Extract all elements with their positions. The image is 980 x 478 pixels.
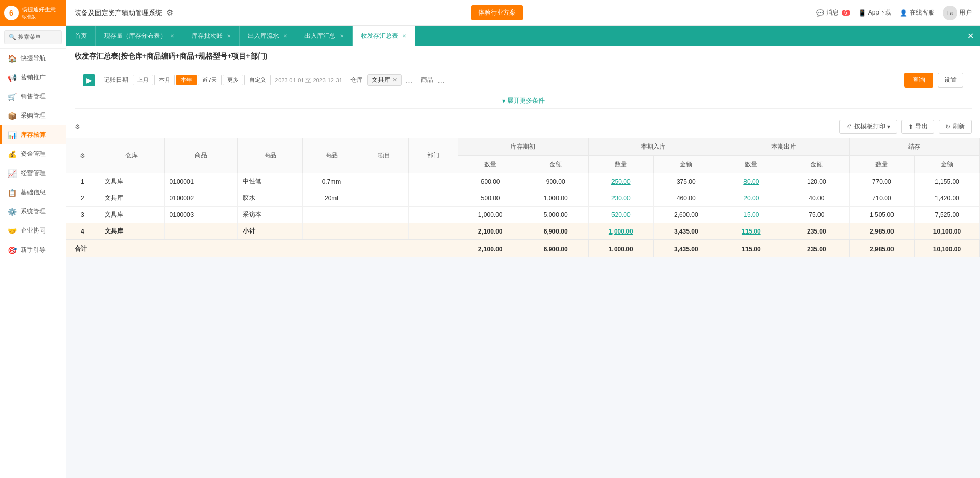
footer-opening-qty: 2,100.00: [458, 240, 523, 257]
export-icon: ⬆: [908, 123, 913, 131]
th-code: 商品: [164, 138, 238, 173]
cell-inbound-amt: 2,600.00: [653, 207, 719, 223]
product-label: 商品: [421, 76, 433, 84]
system-icon: ⚙️: [8, 208, 17, 216]
cell-opening-qty: 2,100.00: [458, 223, 523, 240]
cell-index: 2: [66, 190, 99, 207]
warehouse-more-dots[interactable]: ...: [406, 76, 413, 85]
sidebar-item-marketing[interactable]: 📢 营销推广: [0, 68, 66, 87]
cell-outbound-amt: 75.00: [784, 207, 849, 223]
expand-more-area: ▾ 展开更多条件: [75, 93, 972, 109]
tab-close-inout-flow[interactable]: ✕: [283, 33, 287, 39]
date-btn-this-month[interactable]: 本月: [154, 75, 175, 85]
date-btn-7days[interactable]: 近7天: [198, 75, 222, 85]
date-quick-buttons: 上月 本月 本年 近7天 更多 自定义: [133, 75, 271, 85]
page-header: 收发存汇总表(按仓库+商品编码+商品+规格型号+项目+部门) ▶ 记账日期 上月…: [66, 46, 980, 115]
cell-warehouse: 文具库: [99, 173, 164, 190]
tab-close-inout-summary[interactable]: ✕: [340, 33, 344, 39]
tab-close-batch[interactable]: ✕: [227, 33, 231, 39]
tab-home[interactable]: 首页: [66, 26, 96, 46]
date-btn-custom[interactable]: 自定义: [244, 75, 271, 85]
filter-settings-button[interactable]: 设置: [938, 73, 963, 88]
cell-inbound-qty[interactable]: 250.00: [588, 173, 653, 190]
sidebar-item-sales[interactable]: 🛒 销售管理: [0, 87, 66, 106]
th-gear-icon[interactable]: ⚙: [80, 152, 85, 160]
table-settings-icon[interactable]: ⚙: [75, 123, 80, 131]
topbar: 装备及固定资产辅助管理系统 ⚙ 体验行业方案 💬 消息 6 📱 App下载 👤 …: [66, 0, 980, 26]
th-opening-amt: 金额: [523, 156, 588, 173]
sidebar-item-quick-nav[interactable]: 🏠 快捷导航: [0, 49, 66, 68]
cell-code: [164, 223, 238, 240]
cell-outbound-amt: 40.00: [784, 190, 849, 207]
tab-batch[interactable]: 库存批次账 ✕: [183, 26, 240, 46]
cell-inbound-qty[interactable]: 1,000.00: [588, 223, 653, 240]
tab-bar: 首页 现存量（库存分布表） ✕ 库存批次账 ✕ 出入库流水 ✕ 出入库汇总 ✕ …: [66, 26, 980, 46]
sidebar-item-basic[interactable]: 📋 基础信息: [0, 183, 66, 202]
toolbar-right: 🖨 按模板打印 ▾ ⬆ 导出 ↻ 刷新: [839, 120, 972, 134]
query-button[interactable]: 查询: [904, 73, 933, 88]
print-button[interactable]: 🖨 按模板打印 ▾: [839, 120, 897, 134]
notification-button[interactable]: 💬 消息 6: [816, 8, 850, 17]
tab-close-stock-dist[interactable]: ✕: [170, 33, 174, 39]
export-button[interactable]: ⬆ 导出: [901, 120, 934, 134]
sidebar-item-inventory[interactable]: 📊 库存核算: [0, 125, 66, 144]
table-footer: 合计 2,100.00 6,900.00 1,000.00 3,435.00 1…: [66, 240, 980, 257]
logo-icon: 6: [4, 6, 19, 20]
tab-inout-summary[interactable]: 出入库汇总 ✕: [296, 26, 353, 46]
cell-outbound-qty[interactable]: 20.00: [719, 190, 784, 207]
toolbar-left: ⚙: [75, 123, 80, 131]
cell-inbound-amt: 3,435.00: [653, 223, 719, 240]
cell-outbound-qty[interactable]: 15.00: [719, 207, 784, 223]
date-btn-this-year[interactable]: 本年: [176, 75, 197, 85]
sidebar-item-operations[interactable]: 📈 经营管理: [0, 164, 66, 183]
footer-closing-qty: 2,985.00: [849, 240, 914, 257]
cell-inbound-qty[interactable]: 520.00: [588, 207, 653, 223]
cell-index: 4: [66, 223, 99, 240]
sidebar-item-system[interactable]: ⚙️ 系统管理: [0, 202, 66, 221]
cell-code: 0100003: [164, 207, 238, 223]
expand-more-button[interactable]: ▾ 展开更多条件: [502, 96, 545, 105]
date-btn-more[interactable]: 更多: [223, 75, 243, 85]
footer-row: 合计 2,100.00 6,900.00 1,000.00 3,435.00 1…: [66, 240, 980, 257]
product-more-dots[interactable]: ...: [437, 76, 444, 85]
trial-button[interactable]: 体验行业方案: [471, 5, 523, 20]
th-outbound-qty: 数量: [719, 156, 784, 173]
app-download-button[interactable]: 📱 App下载: [858, 8, 891, 17]
cell-project: [360, 207, 409, 223]
refresh-button[interactable]: ↻ 刷新: [939, 120, 972, 134]
marketing-icon: 📢: [8, 74, 17, 82]
bell-icon: 💬: [816, 9, 824, 17]
th-inbound-group: 本期入库: [588, 138, 719, 156]
sidebar-item-purchase[interactable]: 📦 采购管理: [0, 106, 66, 125]
th-opening-qty: 数量: [458, 156, 523, 173]
page-content: 收发存汇总表(按仓库+商品编码+商品+规格型号+项目+部门) ▶ 记账日期 上月…: [66, 46, 980, 478]
tab-stock-dist[interactable]: 现存量（库存分布表） ✕: [96, 26, 183, 46]
sidebar-item-newbie[interactable]: 🎯 新手引导: [0, 240, 66, 259]
cell-index: 1: [66, 173, 99, 190]
table-row: 2文具库0100002胶水20ml500.001,000.00230.00460…: [66, 190, 980, 207]
warehouse-tag[interactable]: 文具库 ✕: [367, 74, 402, 86]
tabbar-close-all[interactable]: ✕: [961, 31, 980, 41]
search-menu-button[interactable]: 🔍 搜索菜单: [4, 30, 62, 44]
cell-project: [360, 190, 409, 207]
th-outbound-group: 本期出库: [719, 138, 849, 156]
cell-outbound-qty[interactable]: 115.00: [719, 223, 784, 240]
cell-opening-amt: 5,000.00: [523, 207, 588, 223]
topbar-settings-icon[interactable]: ⚙: [166, 8, 173, 18]
filter-actions: 查询 设置: [904, 73, 963, 88]
cell-inbound-qty[interactable]: 230.00: [588, 190, 653, 207]
cell-dept: [409, 190, 458, 207]
warehouse-tag-close[interactable]: ✕: [392, 77, 397, 83]
cell-outbound-qty[interactable]: 80.00: [719, 173, 784, 190]
tab-recv-summary[interactable]: 收发存汇总表 ✕: [353, 26, 415, 46]
filter-toggle-button[interactable]: ▶: [83, 74, 95, 86]
sidebar-item-enterprise[interactable]: 🤝 企业协同: [0, 221, 66, 240]
tab-inout-flow[interactable]: 出入库流水 ✕: [240, 26, 296, 46]
sidebar-item-finance[interactable]: 💰 资金管理: [0, 144, 66, 164]
date-btn-last-month[interactable]: 上月: [133, 75, 153, 85]
user-avatar[interactable]: Ea 用户: [943, 6, 972, 20]
tab-close-recv-summary[interactable]: ✕: [402, 33, 406, 39]
cell-closing-qty: 1,505.00: [849, 207, 914, 223]
online-service-button[interactable]: 👤 在线客服: [900, 8, 934, 17]
cell-closing-qty: 710.00: [849, 190, 914, 207]
